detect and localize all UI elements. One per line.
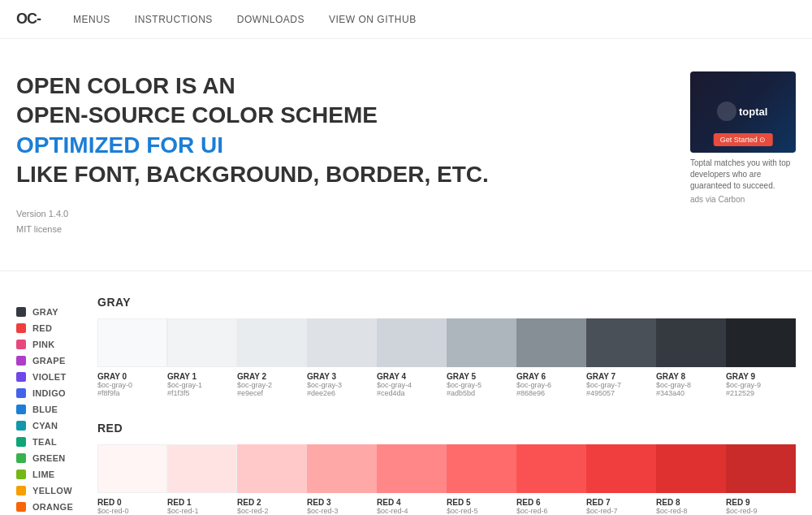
sidebar-item-teal[interactable]: TEAL	[16, 434, 65, 450]
swatch-name: GRAY 5	[447, 372, 516, 381]
swatch-item: GRAY 5$oc-gray-5#adb5bd	[447, 318, 516, 397]
swatch-info: GRAY 6$oc-gray-6#868e96	[516, 367, 586, 397]
swatch-info: GRAY 0$oc-gray-0#f8f9fa	[97, 367, 167, 397]
swatch-box[interactable]	[167, 444, 237, 493]
sidebar-color-dot	[16, 307, 26, 317]
swatch-box[interactable]	[516, 444, 586, 493]
sidebar-item-indigo[interactable]: INDIGO	[16, 385, 65, 401]
swatch-var: $oc-red-8	[656, 507, 726, 515]
swatch-name: GRAY 2	[237, 372, 307, 381]
swatch-box[interactable]	[726, 444, 796, 493]
sidebar-color-dot	[16, 372, 26, 382]
version-info: Version 1.4.0 MIT license	[16, 206, 489, 239]
swatch-info: RED 2$oc-red-2#ffc9c9	[237, 493, 307, 515]
swatch-info: RED 9$oc-red-9#c92a2a	[726, 493, 796, 515]
swatch-box[interactable]	[656, 444, 726, 493]
swatch-box[interactable]	[97, 444, 167, 493]
swatch-name: RED 3	[307, 498, 377, 507]
swatch-box[interactable]	[447, 318, 516, 367]
sidebar-color-dot	[16, 437, 26, 447]
swatch-hex: #343a40	[656, 389, 726, 397]
swatch-var: $oc-red-0	[97, 507, 167, 515]
swatch-var: $oc-red-2	[237, 507, 307, 515]
swatch-item: GRAY 6$oc-gray-6#868e96	[516, 318, 586, 397]
content: GRAYGRAY 0$oc-gray-0#f8f9faGRAY 1$oc-gra…	[81, 288, 812, 515]
swatch-hex: #adb5bd	[447, 389, 516, 397]
sidebar-item-grape[interactable]: GRAPE	[16, 353, 65, 369]
sidebar-item-orange[interactable]: ORANGE	[16, 499, 65, 515]
swatch-info: GRAY 3$oc-gray-3#dee2e6	[307, 367, 377, 397]
swatch-item: RED 4$oc-red-4#ff8787	[377, 444, 447, 515]
sidebar-item-pink[interactable]: PINK	[16, 336, 65, 353]
nav-menus[interactable]: MENUS	[73, 14, 110, 25]
sidebar-item-lime[interactable]: LIME	[16, 466, 65, 483]
nav-github[interactable]: VIEW ON GITHUB	[329, 14, 417, 25]
swatch-box[interactable]	[167, 318, 237, 367]
sidebar-item-yellow[interactable]: YELLOW	[16, 483, 65, 499]
ad-cta[interactable]: Get Started ⊙	[714, 133, 773, 146]
sidebar-item-label: INDIGO	[32, 388, 66, 398]
swatch-hex: #212529	[726, 389, 796, 397]
swatch-box[interactable]	[516, 318, 586, 367]
swatch-box[interactable]	[307, 444, 377, 493]
swatch-box[interactable]	[656, 318, 726, 367]
section-title-gray: GRAY	[97, 296, 796, 309]
swatch-name: GRAY 8	[656, 372, 726, 381]
swatch-item: RED 2$oc-red-2#ffc9c9	[237, 444, 307, 515]
sidebar-item-label: CYAN	[32, 421, 58, 431]
swatch-var: $oc-red-5	[447, 507, 516, 515]
sidebar-item-red[interactable]: RED	[16, 320, 65, 336]
main: GRAYREDPINKGRAPEVIOLETINDIGOBLUECYANTEAL…	[0, 288, 812, 515]
ad-image[interactable]: toptal Get Started ⊙	[690, 71, 796, 153]
swatch-info: RED 3$oc-red-3#ffa8a8	[307, 493, 377, 515]
swatch-box[interactable]	[586, 318, 656, 367]
sidebar-item-cyan[interactable]: CYAN	[16, 418, 65, 434]
section-title-red: RED	[97, 422, 796, 435]
swatch-name: GRAY 9	[726, 372, 796, 381]
sidebar-color-dot	[16, 340, 26, 349]
swatch-item: RED 3$oc-red-3#ffa8a8	[307, 444, 377, 515]
swatch-box[interactable]	[377, 444, 447, 493]
sidebar-item-blue[interactable]: BLUE	[16, 401, 65, 418]
version-text: Version 1.4.0	[16, 206, 489, 223]
swatch-box[interactable]	[726, 318, 796, 367]
sidebar-item-label: TEAL	[32, 437, 57, 447]
sidebar: GRAYREDPINKGRAPEVIOLETINDIGOBLUECYANTEAL…	[0, 288, 81, 515]
hero-text: OPEN COLOR IS AN OPEN-SOURCE COLOR SCHEM…	[16, 71, 489, 238]
swatch-box[interactable]	[377, 318, 447, 367]
swatch-var: $oc-gray-6	[516, 381, 586, 389]
sidebar-item-label: YELLOW	[32, 486, 72, 496]
sidebar-item-green[interactable]: GREEN	[16, 450, 65, 466]
ad-via: ads via Carbon	[690, 195, 796, 204]
nav-instructions[interactable]: INSTRUCTIONS	[135, 14, 213, 25]
svg-point-0	[717, 102, 736, 121]
swatch-name: RED 8	[656, 498, 726, 507]
swatch-hex: #495057	[586, 389, 656, 397]
swatch-box[interactable]	[97, 318, 167, 367]
swatch-var: $oc-gray-4	[377, 381, 447, 389]
swatch-var: $oc-gray-3	[307, 381, 377, 389]
color-section-red: REDRED 0$oc-red-0#fff5f5RED 1$oc-red-1#f…	[97, 422, 796, 515]
swatch-var: $oc-gray-8	[656, 381, 726, 389]
swatch-name: RED 2	[237, 498, 307, 507]
nav-downloads[interactable]: DOWNLOADS	[237, 14, 304, 25]
swatch-name: GRAY 6	[516, 372, 586, 381]
swatch-box[interactable]	[586, 444, 656, 493]
swatch-hex: #dee2e6	[307, 389, 377, 397]
swatch-box[interactable]	[237, 318, 307, 367]
sidebar-item-gray[interactable]: GRAY	[16, 304, 65, 320]
swatch-item: GRAY 0$oc-gray-0#f8f9fa	[97, 318, 167, 397]
swatch-var: $oc-red-3	[307, 507, 377, 515]
swatch-var: $oc-gray-7	[586, 381, 656, 389]
sidebar-item-violet[interactable]: VIOLET	[16, 369, 65, 385]
swatch-name: GRAY 7	[586, 372, 656, 381]
swatch-name: RED 1	[167, 498, 237, 507]
swatch-box[interactable]	[237, 444, 307, 493]
swatch-box[interactable]	[447, 444, 516, 493]
swatch-info: GRAY 9$oc-gray-9#212529	[726, 367, 796, 397]
swatch-item: GRAY 3$oc-gray-3#dee2e6	[307, 318, 377, 397]
logo[interactable]: OC-	[16, 11, 41, 28]
swatch-box[interactable]	[307, 318, 377, 367]
swatch-info: RED 1$oc-red-1#ffe3e3	[167, 493, 237, 515]
sidebar-item-label: BLUE	[32, 405, 58, 414]
